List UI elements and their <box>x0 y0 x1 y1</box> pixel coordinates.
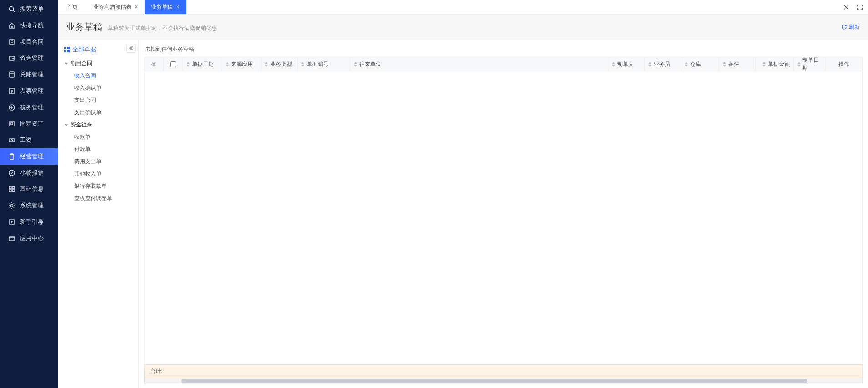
svg-point-24 <box>153 63 155 65</box>
svg-point-3 <box>13 58 14 59</box>
category-item[interactable]: 付款单 <box>58 143 138 156</box>
category-item[interactable]: 收入确认单 <box>58 82 138 94</box>
sidebar-item-label: 系统管理 <box>20 202 44 210</box>
sidebar-item-invoice[interactable]: 发票管理 <box>0 83 58 99</box>
all-bills-label: 全部单据 <box>72 45 96 54</box>
circleg-icon <box>8 169 15 176</box>
table-area: 未找到任何业务草稿 单据日期 来源应用 业务类型 单据编号 往来单位 制单人 业… <box>139 40 868 388</box>
wallet-icon <box>8 55 15 62</box>
svg-rect-21 <box>67 47 70 49</box>
sidebar-item-label: 总账管理 <box>20 71 44 79</box>
guide-icon <box>8 218 15 226</box>
page-header: 业务草稿 草稿转为正式单据时，不会执行满赠促销优惠 刷新 <box>58 15 868 40</box>
sidebar-item-ledger[interactable]: 总账管理 <box>0 66 58 83</box>
col-amount[interactable]: 单据金额 <box>756 57 794 71</box>
col-number[interactable]: 单据编号 <box>298 57 350 71</box>
sidebar-item-label: 发票管理 <box>20 87 44 95</box>
category-item[interactable]: 应收应付调整单 <box>58 192 138 205</box>
col-remark[interactable]: 备注 <box>719 57 756 71</box>
category-item[interactable]: 费用支出单 <box>58 156 138 168</box>
asset-icon <box>8 120 15 127</box>
select-all-checkbox[interactable] <box>164 57 183 71</box>
col-actions: 操作 <box>826 57 862 71</box>
tab-draft[interactable]: 业务草稿✕ <box>145 0 186 14</box>
sidebar-item-operation[interactable]: 经营管理 <box>0 148 58 165</box>
category-group[interactable]: 项目合同 <box>58 57 138 70</box>
footer-total-label: 合计: <box>150 368 162 375</box>
svg-rect-20 <box>64 47 66 49</box>
svg-rect-23 <box>67 50 70 52</box>
col-maker[interactable]: 制单人 <box>608 57 645 71</box>
category-item[interactable]: 银行存取款单 <box>58 180 138 192</box>
category-item[interactable]: 收款单 <box>58 131 138 143</box>
invoice-icon <box>8 87 15 95</box>
col-make-date[interactable]: 制单日期 <box>794 57 826 71</box>
svg-point-16 <box>11 205 13 207</box>
chevron-down-icon <box>64 61 69 66</box>
sidebar-item-search-menu[interactable]: 搜索菜单 <box>0 1 58 17</box>
clipboard-icon <box>8 153 15 160</box>
category-item[interactable]: 支出合同 <box>58 94 138 106</box>
category-item[interactable]: 支出确认单 <box>58 106 138 119</box>
fullscreen-icon[interactable] <box>853 1 866 14</box>
sidebar-item-basic-info[interactable]: 基础信息 <box>0 181 58 197</box>
col-source[interactable]: 来源应用 <box>222 57 261 71</box>
category-group[interactable]: 资金往来 <box>58 119 138 131</box>
page-title: 业务草稿 <box>66 21 102 33</box>
sidebar-item-label: 应用中心 <box>20 234 44 242</box>
scrollbar-thumb[interactable] <box>181 379 807 383</box>
col-party[interactable]: 往来单位 <box>350 57 608 71</box>
tab-home[interactable]: 首页 <box>58 0 87 14</box>
table-header: 单据日期 来源应用 业务类型 单据编号 往来单位 制单人 业务员 仓库 备注 单… <box>144 57 863 71</box>
close-icon[interactable]: ✕ <box>176 4 180 10</box>
sidebar-item-tax[interactable]: 税务管理 <box>0 99 58 116</box>
empty-message: 未找到任何业务草稿 <box>144 45 863 57</box>
sidebar-item-label: 小畅报销 <box>20 169 44 177</box>
sort-icon <box>187 62 190 67</box>
sidebar-item-salary[interactable]: 工资 <box>0 132 58 148</box>
refresh-button[interactable]: 刷新 <box>841 23 860 31</box>
sidebar-item-fixed-asset[interactable]: 固定资产 <box>0 116 58 132</box>
sidebar-item-label: 快捷导航 <box>20 21 44 30</box>
tax-icon <box>8 104 15 111</box>
close-all-icon[interactable] <box>840 1 853 14</box>
col-warehouse[interactable]: 仓库 <box>681 57 719 71</box>
sidebar-item-quick-nav[interactable]: 快捷导航 <box>0 17 58 34</box>
tab-bar: 首页业务利润预估表✕业务草稿✕ <box>58 0 868 15</box>
svg-rect-1 <box>10 39 14 45</box>
sidebar-item-label: 搜索菜单 <box>20 5 44 13</box>
col-type[interactable]: 业务类型 <box>261 57 298 71</box>
svg-rect-13 <box>12 186 15 189</box>
svg-point-18 <box>11 221 12 222</box>
tab-profit[interactable]: 业务利润预估表✕ <box>87 0 145 14</box>
category-group-label: 项目合同 <box>71 60 92 67</box>
category-item[interactable]: 收入合同 <box>58 70 138 82</box>
sidebar-item-fund-mgmt[interactable]: 资金管理 <box>0 50 58 66</box>
sidebar-item-sys-mgmt[interactable]: 系统管理 <box>0 197 58 214</box>
collapse-panel-icon[interactable] <box>126 44 136 53</box>
svg-rect-19 <box>9 237 15 241</box>
search-icon <box>8 5 15 13</box>
sidebar-item-label: 工资 <box>20 136 32 144</box>
table-footer: 合计: <box>144 364 863 378</box>
chevron-down-icon <box>64 123 69 127</box>
col-date[interactable]: 单据日期 <box>183 57 222 71</box>
category-item[interactable]: 其他收入单 <box>58 168 138 180</box>
sidebar-item-project-contract[interactable]: 项目合同 <box>0 34 58 50</box>
sidebar-item-xiaochang[interactable]: 小畅报销 <box>0 165 58 181</box>
svg-point-0 <box>10 7 14 11</box>
sidebar-item-label: 经营管理 <box>20 152 44 161</box>
sidebar-item-app-center[interactable]: 应用中心 <box>0 230 58 247</box>
sidebar-item-label: 基础信息 <box>20 185 44 193</box>
tab-label: 首页 <box>67 3 78 11</box>
sidebar-item-label: 新手引导 <box>20 218 44 226</box>
grid-icon <box>64 47 70 52</box>
col-sales[interactable]: 业务员 <box>645 57 681 71</box>
gear-icon <box>8 202 15 209</box>
sidebar-item-guide[interactable]: 新手引导 <box>0 214 58 230</box>
home-icon <box>8 22 15 29</box>
column-settings-icon[interactable] <box>145 57 164 71</box>
horizontal-scrollbar[interactable] <box>144 378 863 384</box>
close-icon[interactable]: ✕ <box>134 4 138 10</box>
salary-icon <box>8 136 15 144</box>
